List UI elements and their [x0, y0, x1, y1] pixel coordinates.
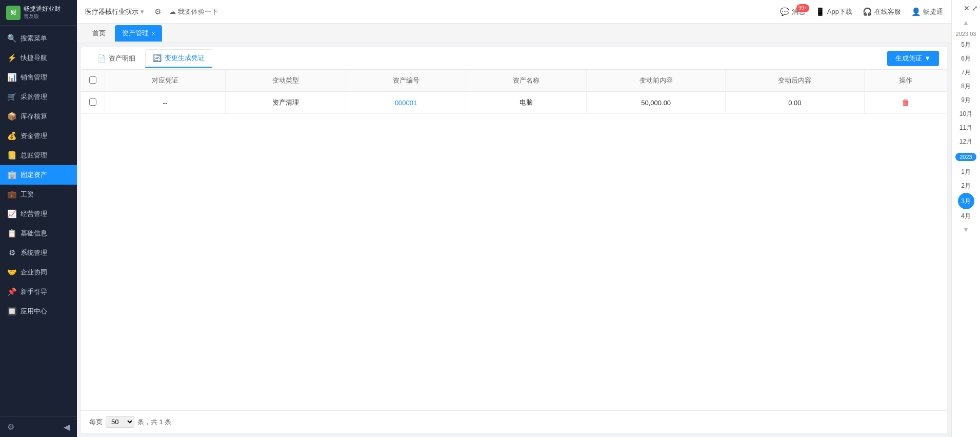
panel-expand-icon[interactable]: ⤢	[972, 4, 978, 12]
asset-detail-icon: 📄	[97, 54, 106, 63]
date-item-8[interactable]: 8月	[952, 80, 980, 93]
user-btn[interactable]: 👤 畅捷通	[911, 7, 943, 16]
tabs-bar: 首页 资产管理 ×	[77, 24, 951, 43]
tab-asset-management[interactable]: 资产管理 ×	[115, 25, 162, 42]
sidebar-item-label-system: 系统管理	[21, 248, 47, 257]
feedback-text: 我要体验一下	[178, 7, 218, 16]
user-icon: 👤	[911, 7, 921, 16]
select-all-checkbox[interactable]	[89, 76, 96, 84]
date-item-3-active[interactable]: 3月	[958, 193, 974, 209]
date-item-2[interactable]: 2月	[952, 179, 980, 193]
content-area: 📄 资产明细 🔄 变更生成凭证 生成凭证 ▼	[81, 47, 947, 433]
top-header: 医疗器械行业演示 ▾ ⚙ ☁ 我要体验一下 💬 消息 99+ 📱 App下载 🎧…	[77, 0, 951, 24]
total-count-label: 条，共 1 条	[137, 418, 171, 427]
sidebar-item-label-enterprise: 企业协同	[21, 268, 47, 277]
row-action: 🗑	[864, 92, 947, 114]
sidebar-item-fixed-assets[interactable]: 🏢固定资产	[0, 165, 77, 185]
sidebar-item-operations[interactable]: 📈经营管理	[0, 204, 77, 224]
date-item-11[interactable]: 11月	[952, 121, 980, 135]
per-page-select[interactable]: 20 50 100	[106, 416, 134, 428]
guide-icon: 📌	[7, 287, 16, 296]
panel-close-icon[interactable]: ✕	[964, 4, 970, 12]
sidebar-item-label-app-center: 应用中心	[21, 307, 47, 316]
col-checkbox	[81, 70, 105, 92]
company-arrow-icon: ▾	[141, 8, 144, 15]
action-bar: 生成凭证 ▼	[887, 51, 939, 66]
company-selector[interactable]: 医疗器械行业演示 ▾	[85, 7, 144, 16]
date-item-7[interactable]: 7月	[952, 66, 980, 80]
sidebar-item-quick-nav[interactable]: ⚡快捷导航	[0, 48, 77, 68]
logo-line2: 普及版	[24, 13, 61, 20]
per-page-label: 每页	[89, 418, 103, 427]
app-icon: 📱	[815, 7, 825, 16]
generate-btn-arrow-icon: ▼	[924, 54, 931, 62]
logo-line1: 畅捷通好业财	[24, 5, 61, 13]
feedback-btn[interactable]: ☁ 我要体验一下	[169, 7, 218, 16]
sidebar-item-system[interactable]: ⚙系统管理	[0, 243, 77, 263]
tab-home-label: 首页	[92, 29, 106, 38]
sidebar-item-basic-info[interactable]: 📋基础信息	[0, 224, 77, 243]
tab-home[interactable]: 首页	[85, 25, 113, 42]
sidebar-item-payroll[interactable]: 💼工资	[0, 185, 77, 204]
sidebar-item-app-center[interactable]: 🔲应用中心	[0, 302, 77, 321]
date-item-12[interactable]: 12月	[952, 135, 980, 149]
tab-close-icon[interactable]: ×	[152, 30, 155, 36]
sidebar-item-enterprise[interactable]: 🤝企业协同	[0, 263, 77, 282]
row-checkbox[interactable]	[89, 98, 96, 106]
pagination-bar: 每页 20 50 100 条，共 1 条	[81, 410, 947, 433]
tab-change-voucher-label: 变更生成凭证	[165, 53, 205, 63]
purchase-icon: 🛒	[7, 92, 16, 102]
scroll-up-btn[interactable]: ▲	[952, 16, 980, 29]
year-badge-2023: 2023	[952, 149, 980, 165]
cloud-icon: ☁	[169, 8, 176, 15]
row-asset-code: 000001	[346, 92, 466, 114]
app-download-label: App下载	[827, 7, 852, 16]
date-item-10[interactable]: 10月	[952, 107, 980, 121]
sidebar-item-finance[interactable]: 💰资金管理	[0, 126, 77, 146]
logo-icon: 财	[6, 6, 21, 20]
date-item-4[interactable]: 4月	[952, 209, 980, 223]
table-container: 对应凭证 变动类型 资产编号 资产名称 变动前内容 变动后内容 操作	[81, 70, 947, 410]
row-change-type: 资产清理	[225, 92, 346, 114]
date-item-5[interactable]: 5月	[952, 38, 980, 52]
fixed-assets-icon: 🏢	[7, 170, 16, 180]
row-after-change: 0.00	[726, 92, 865, 114]
year-label-2023-03: 2023.03	[952, 29, 980, 38]
table-header-row: 对应凭证 变动类型 资产编号 资产名称 变动前内容 变动后内容 操作	[81, 70, 947, 92]
scroll-down-btn[interactable]: ▼	[952, 223, 980, 235]
sidebar-item-purchase[interactable]: 🛒采购管理	[0, 87, 77, 107]
right-panel-header: ✕ ⤢	[952, 0, 980, 14]
generate-voucher-btn[interactable]: 生成凭证 ▼	[887, 51, 939, 66]
tab-asset-detail[interactable]: 📄 资产明细	[89, 49, 143, 68]
tab-change-voucher[interactable]: 🔄 变更生成凭证	[145, 49, 212, 68]
finance-icon: 💰	[7, 131, 16, 141]
col-voucher: 对应凭证	[105, 70, 226, 92]
messages-badge: 99+	[796, 4, 809, 12]
sidebar-item-label-operations: 经营管理	[21, 209, 47, 218]
sidebar-item-ledger[interactable]: 📒总账管理	[0, 146, 77, 165]
messages-btn[interactable]: 💬 消息 99+	[780, 7, 805, 16]
table-row: -- 资产清理 000001 电脑 50,000.00 0.00 🗑	[81, 92, 947, 114]
sidebar: 财 畅捷通好业财 普及版 🔍搜索菜单⚡快捷导航📊销售管理🛒采购管理📦库存核算💰资…	[0, 0, 77, 437]
collapse-icon[interactable]: ◀	[64, 422, 70, 432]
customer-service-btn[interactable]: 🎧 在线客服	[863, 7, 901, 16]
app-download-btn[interactable]: 📱 App下载	[815, 7, 852, 16]
sidebar-item-inventory[interactable]: 📦库存核算	[0, 107, 77, 126]
date-item-6[interactable]: 6月	[952, 52, 980, 66]
row-asset-name: 电脑	[466, 92, 587, 114]
date-item-9[interactable]: 9月	[952, 93, 980, 107]
sidebar-bottom: ⚙ ◀	[0, 416, 77, 437]
sidebar-item-label-payroll: 工资	[21, 190, 34, 199]
settings-icon[interactable]: ⚙	[7, 422, 14, 432]
delete-icon[interactable]: 🗑	[902, 98, 910, 107]
customer-service-label: 在线客服	[874, 7, 901, 16]
tab-asset-detail-label: 资产明细	[109, 54, 135, 63]
sidebar-item-sales[interactable]: 📊销售管理	[0, 68, 77, 87]
sidebar-item-guide[interactable]: 📌新手引导	[0, 282, 77, 302]
inventory-icon: 📦	[7, 112, 16, 121]
header-gear-icon[interactable]: ⚙	[154, 7, 161, 16]
col-change-type: 变动类型	[225, 70, 346, 92]
sidebar-item-label-quick-nav: 快捷导航	[21, 53, 47, 63]
date-item-1[interactable]: 1月	[952, 165, 980, 179]
sidebar-item-search[interactable]: 🔍搜索菜单	[0, 29, 77, 48]
